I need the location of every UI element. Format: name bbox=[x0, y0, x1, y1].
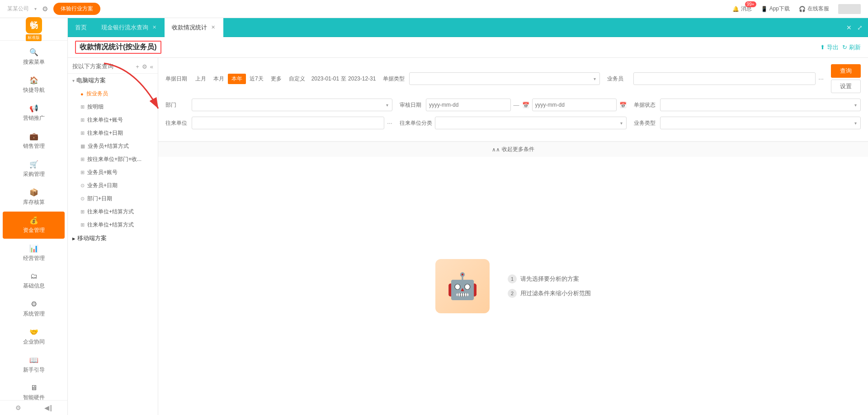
biz-type-select[interactable] bbox=[660, 117, 861, 129]
voucher-type-select[interactable] bbox=[409, 72, 599, 85]
empty-illustration: 🤖 bbox=[435, 259, 490, 313]
top-right-actions: 🔔 消息 99+ 📱 App下载 🎧 在线客服 bbox=[732, 4, 861, 14]
scheme-item-0[interactable]: ● 按业务员 bbox=[68, 87, 158, 100]
trial-btn[interactable]: 体验行业方案 bbox=[53, 3, 100, 15]
date-tab-more[interactable]: 更多 bbox=[267, 74, 285, 84]
scheme-item-label-8: 部门+日期 bbox=[87, 195, 112, 203]
logo-area: 畅 标准版 bbox=[0, 18, 67, 41]
partner-category-select[interactable] bbox=[435, 117, 627, 129]
scheme-item-10[interactable]: ⊞ 往来单位+结算方式 bbox=[68, 218, 158, 231]
tab-home[interactable]: 首页 bbox=[68, 18, 94, 37]
partner-more-icon[interactable]: ··· bbox=[387, 119, 392, 127]
scheme-item-7[interactable]: ⊙ 业务员+日期 bbox=[68, 179, 158, 192]
query-btn[interactable]: 查询 bbox=[831, 64, 861, 78]
sidebar-item-search-menu[interactable]: 🔍 搜索菜单 bbox=[3, 43, 65, 71]
settings-gear-icon[interactable]: ⚙ bbox=[42, 5, 48, 13]
date-tab-7days[interactable]: 近7天 bbox=[246, 74, 267, 84]
tab-bank-flow[interactable]: 现金银行流水查询 ✕ bbox=[94, 18, 165, 37]
scheme-item-9[interactable]: ⊞ 往来单位+结算方式 bbox=[68, 205, 158, 218]
content-body: 按以下方案查询 + ⚙ « ▾ 电脑端方案 ● 按业务员 ⊞ bbox=[68, 58, 868, 415]
guide-icon: 📖 bbox=[29, 356, 38, 364]
collapse-bar[interactable]: ∧∧ 收起更多条件 bbox=[158, 141, 868, 157]
review-date-start[interactable] bbox=[426, 99, 511, 111]
sidebar-item-finance[interactable]: 💰 资金管理 bbox=[3, 212, 65, 239]
dept-select[interactable] bbox=[192, 99, 392, 111]
notifications-btn[interactable]: 🔔 消息 99+ bbox=[732, 5, 752, 13]
scheme-item-8[interactable]: ⊙ 部门+日期 bbox=[68, 192, 158, 205]
empty-state: 🤖 1 请先选择要分析的方案 2 用过滤条件来缩小分析范围 bbox=[158, 157, 868, 415]
sidebar-item-basic[interactable]: 🗂 基础信息 bbox=[3, 268, 65, 294]
date-tab-this-month[interactable]: 本月 bbox=[210, 74, 228, 84]
review-date-end[interactable] bbox=[532, 99, 617, 111]
tab-close-all-icon[interactable]: ✕ bbox=[846, 24, 852, 31]
partner-select[interactable] bbox=[192, 117, 384, 129]
tab-collection-stats-close[interactable]: ✕ bbox=[210, 24, 216, 31]
scheme-collapse-icon[interactable]: « bbox=[150, 63, 153, 70]
download-icon: 📱 bbox=[761, 6, 768, 12]
app-download-btn[interactable]: 📱 App下载 bbox=[761, 5, 790, 13]
salesperson-label: 业务员 bbox=[607, 75, 631, 83]
user-area[interactable] bbox=[838, 4, 861, 14]
export-btn[interactable]: ⬆ 导出 bbox=[820, 43, 839, 52]
sidebar-item-operation[interactable]: 📊 经营管理 bbox=[3, 240, 65, 267]
tab-bank-flow-label: 现金银行流水查询 bbox=[101, 24, 148, 32]
sidebar-item-enterprise[interactable]: 🤝 企业协同 bbox=[3, 323, 65, 350]
sidebar-item-quick-nav[interactable]: 🏠 快捷导航 bbox=[3, 71, 65, 99]
tab-maximize-icon[interactable]: ⤢ bbox=[857, 24, 863, 31]
voucher-type-field: 单据类型 bbox=[383, 72, 599, 85]
content-area: 首页 现金银行流水查询 ✕ 收款情况统计 ✕ ✕ ⤢ 收款情况统计(按业务员) … bbox=[68, 18, 868, 415]
tab-collection-stats[interactable]: 收款情况统计 ✕ bbox=[165, 18, 223, 37]
scheme-item-6[interactable]: ⊞ 业务员+账号 bbox=[68, 166, 158, 179]
sidebar-item-guide[interactable]: 📖 新手引导 bbox=[3, 351, 65, 378]
sidebar-item-smart-hw[interactable]: 🖥 智能硬件 bbox=[3, 379, 65, 400]
step-1-num: 1 bbox=[508, 274, 517, 283]
scheme-item-3[interactable]: ⊞ 往来单位+日期 bbox=[68, 127, 158, 140]
sidebar-settings-icon[interactable]: ⚙ bbox=[15, 404, 21, 411]
purchase-icon: 🛒 bbox=[29, 160, 38, 169]
scheme-mobile-category[interactable]: ▸ 移动端方案 bbox=[68, 231, 158, 245]
step-2-text: 用过滤条件来缩小分析范围 bbox=[520, 289, 591, 297]
sidebar-item-system[interactable]: ⚙ 系统管理 bbox=[3, 295, 65, 322]
scheme-item-icon-6: ⊞ bbox=[80, 170, 85, 175]
scheme-item-1[interactable]: ⊞ 按明细 bbox=[68, 100, 158, 113]
date-tab-last-month[interactable]: 上月 bbox=[192, 74, 210, 84]
online-service-btn[interactable]: 🎧 在线客服 bbox=[799, 5, 829, 13]
filter-row-1: 单据日期 上月 本月 本年 近7天 更多 自定义 2023-01-01 bbox=[165, 64, 861, 93]
scheme-item-2[interactable]: ⊞ 往来单位+账号 bbox=[68, 113, 158, 127]
sidebar-item-purchase[interactable]: 🛒 采购管理 bbox=[3, 156, 65, 183]
voucher-status-select[interactable] bbox=[660, 99, 861, 111]
date-start-value: 2023-01-01 bbox=[311, 75, 339, 82]
scheme-gear-icon[interactable]: ⚙ bbox=[142, 63, 147, 70]
finance-icon: 💰 bbox=[29, 216, 38, 225]
refresh-btn[interactable]: ↻ 刷新 bbox=[842, 43, 861, 52]
scheme-add-icon[interactable]: + bbox=[136, 63, 139, 70]
scheme-item-icon-10: ⊞ bbox=[80, 222, 85, 228]
scheme-item-4[interactable]: ▦ 业务员+结算方式 bbox=[68, 140, 158, 153]
tab-collection-stats-label: 收款情况统计 bbox=[172, 24, 207, 32]
setting-btn[interactable]: 设置 bbox=[831, 80, 861, 93]
tab-bank-flow-close[interactable]: ✕ bbox=[151, 24, 157, 31]
scheme-desktop-category[interactable]: ▾ 电脑端方案 bbox=[68, 74, 158, 87]
salesperson-more-icon[interactable]: ··· bbox=[818, 75, 824, 82]
scheme-item-label-3: 往来单位+日期 bbox=[87, 129, 123, 137]
sidebar-item-inventory[interactable]: 📦 库存核算 bbox=[3, 184, 65, 211]
partner-category-field: 往来单位分类 bbox=[400, 117, 627, 129]
sidebar-collapse-icon[interactable]: ◀‖ bbox=[44, 404, 52, 411]
date-tab-this-year[interactable]: 本年 bbox=[228, 74, 246, 84]
sidebar-item-sales[interactable]: 💼 销售管理 bbox=[3, 127, 65, 155]
sidebar-bottom: ⚙ ◀‖ bbox=[0, 400, 67, 415]
operation-label: 经营管理 bbox=[23, 255, 45, 262]
basic-label: 基础信息 bbox=[23, 282, 45, 290]
review-date-end-cal-icon[interactable]: 📅 bbox=[619, 102, 627, 108]
breadcrumb-dropdown-icon[interactable]: ▾ bbox=[34, 6, 37, 11]
scheme-header-title: 按以下方案查询 bbox=[72, 62, 136, 71]
scheme-item-icon-4: ▦ bbox=[80, 143, 85, 149]
salesperson-select[interactable] bbox=[633, 72, 816, 85]
salesperson-field: 业务员 ··· bbox=[607, 72, 824, 85]
review-date-start-cal-icon[interactable]: 📅 bbox=[522, 102, 529, 108]
sidebar-item-marketing[interactable]: 📢 营销推广 bbox=[3, 99, 65, 127]
scheme-item-icon-8: ⊙ bbox=[80, 196, 85, 202]
scheme-item-5[interactable]: ⊞ 按往来单位+部门+收... bbox=[68, 153, 158, 166]
date-tab-custom[interactable]: 自定义 bbox=[285, 74, 309, 84]
edition-badge: 标准版 bbox=[26, 34, 42, 41]
